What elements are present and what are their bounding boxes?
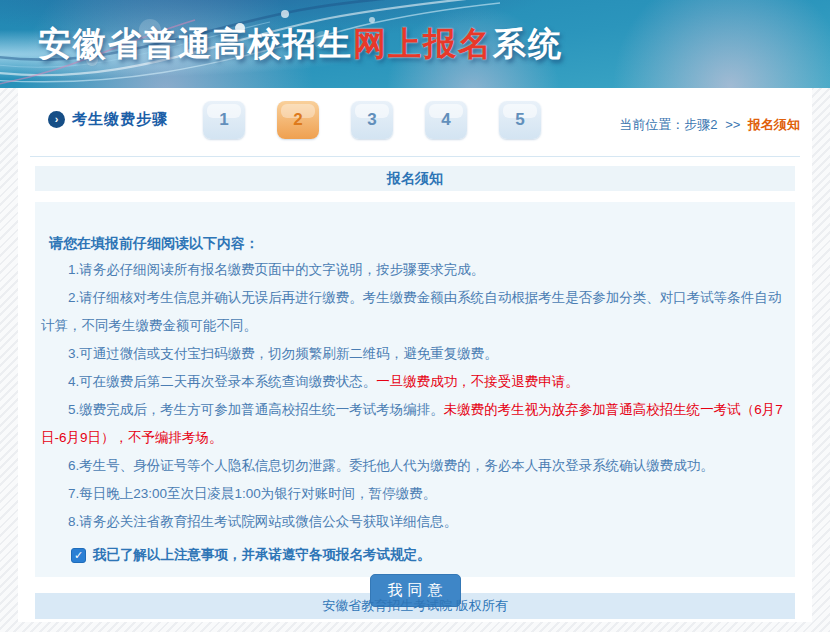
notice-item-8: 8.请务必关注省教育招生考试院网站或微信公众号获取详细信息。 <box>41 508 789 536</box>
horizontal-divider <box>30 156 800 157</box>
steps-section-label: › 考生缴费步骤 <box>48 110 168 129</box>
title-highlight: 网上报名 <box>353 25 493 62</box>
main-content-container: › 考生缴费步骤 1 2 3 4 5 当前位置：步骤2 >> 报名须知 报名须知… <box>18 88 812 622</box>
breadcrumb-prefix: 当前位置：步骤2 <box>619 117 717 132</box>
agreement-row: 我已了解以上注意事项，并承诺遵守各项报名考试规定。 <box>71 546 789 564</box>
step-indicator: 1 2 3 4 5 <box>203 101 541 139</box>
notice-item-1: 1.请务必仔细阅读所有报名缴费页面中的文字说明，按步骤要求完成。 <box>41 256 789 284</box>
notice-item-4: 4.可在缴费后第二天再次登录本系统查询缴费状态。一旦缴费成功，不接受退费申请。 <box>41 368 789 396</box>
agreement-label: 我已了解以上注意事项，并承诺遵守各项报名考试规定。 <box>93 546 431 564</box>
notice-intro: 请您在填报前仔细阅读以下内容： <box>49 230 789 256</box>
notice-title: 报名须知 <box>387 170 443 186</box>
step-4: 4 <box>425 101 467 139</box>
breadcrumb-current: 报名须知 <box>748 117 800 132</box>
breadcrumb-separator: >> <box>725 117 740 132</box>
arrow-bullet-icon: › <box>48 111 65 128</box>
step-5: 5 <box>499 101 541 139</box>
notice-item-3: 3.可通过微信或支付宝扫码缴费，切勿频繁刷新二维码，避免重复缴费。 <box>41 340 789 368</box>
breadcrumb: 当前位置：步骤2 >> 报名须知 <box>619 116 800 134</box>
notice-panel: 请您在填报前仔细阅读以下内容： 1.请务必仔细阅读所有报名缴费页面中的文字说明，… <box>35 202 795 577</box>
footer-bar: 安徽省教育招生考试院 版权所有 <box>35 593 795 619</box>
app-banner: 安徽省普通高校招生网上报名系统 <box>0 0 830 88</box>
page-title: 安徽省普通高校招生网上报名系统 <box>38 22 563 67</box>
step-2-active: 2 <box>277 101 319 139</box>
notice-item-6: 6.考生号、身份证号等个人隐私信息切勿泄露。委托他人代为缴费的，务必本人再次登录… <box>41 452 789 480</box>
title-part1: 安徽省普通高校招生 <box>38 25 353 62</box>
step-3: 3 <box>351 101 393 139</box>
copyright-text: 安徽省教育招生考试院 版权所有 <box>322 598 508 613</box>
notice-title-bar: 报名须知 <box>35 166 795 191</box>
notice-item-5: 5.缴费完成后，考生方可参加普通高校招生统一考试考场编排。未缴费的考生视为放弃参… <box>41 396 789 452</box>
notice-item-7: 7.每日晚上23:00至次日凌晨1:00为银行对账时间，暂停缴费。 <box>41 480 789 508</box>
steps-label-text: 考生缴费步骤 <box>72 110 168 129</box>
agreement-checkbox[interactable] <box>71 548 86 563</box>
steps-header-row: › 考生缴费步骤 1 2 3 4 5 当前位置：步骤2 >> 报名须知 <box>18 88 812 156</box>
notice-item-2: 2.请仔细核对考生信息并确认无误后再进行缴费。考生缴费金额由系统自动根据考生是否… <box>41 284 789 340</box>
step-1: 1 <box>203 101 245 139</box>
title-part2: 系统 <box>493 25 563 62</box>
